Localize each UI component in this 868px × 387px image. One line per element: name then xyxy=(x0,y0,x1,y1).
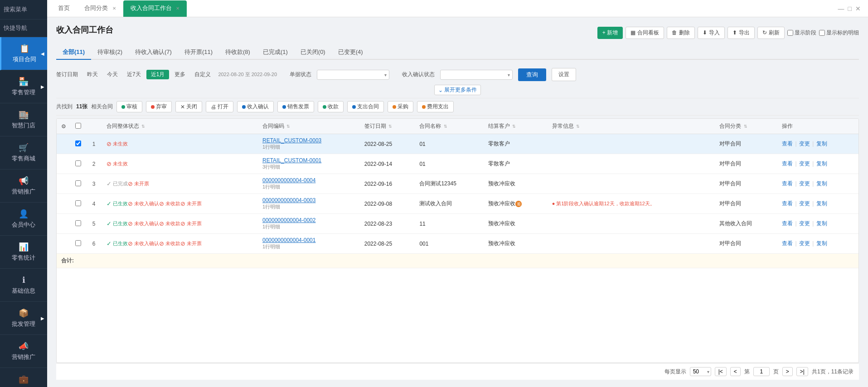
op-复制-button[interactable]: 复制 xyxy=(816,200,827,207)
more-btn[interactable]: 更多 xyxy=(171,70,189,79)
show-stage-detail-checkbox[interactable]: 显示标的明细 xyxy=(819,29,859,37)
th-category[interactable]: 合同分类 ⇅ xyxy=(715,119,777,134)
row-checkbox[interactable] xyxy=(75,160,81,166)
sidebar-item-retail-stat[interactable]: 📊 零售统计 xyxy=(0,236,47,269)
doc-status-select[interactable] xyxy=(317,70,389,80)
win-close-button[interactable]: ✕ xyxy=(855,5,861,12)
contract-code-link[interactable]: 0000000000004-0001 xyxy=(262,237,315,243)
op-查看-button[interactable]: 查看 xyxy=(782,140,793,147)
today-btn[interactable]: 今天 xyxy=(103,70,121,79)
sidebar-item-smart-store[interactable]: 🏬 智慧门店 xyxy=(0,103,47,136)
query-button[interactable]: 查询 xyxy=(518,68,546,81)
contract-code-link[interactable]: RETAIL_CUSTOM-0001 xyxy=(262,157,321,164)
sidebar-item-marketing2[interactable]: 📣 营销推广 xyxy=(0,335,47,368)
op-复制-button[interactable]: 复制 xyxy=(816,220,827,227)
first-page-button[interactable]: |< xyxy=(715,367,727,376)
op-复制-button[interactable]: 复制 xyxy=(816,180,827,187)
th-code[interactable]: 合同编码 ⇅ xyxy=(258,119,360,134)
tab-contract-category[interactable]: 合同分类 ✕ xyxy=(77,0,123,17)
yesterday-btn[interactable]: 昨天 xyxy=(83,70,102,79)
pay-contract-button[interactable]: 支出合同 xyxy=(347,101,384,112)
last1month-btn[interactable]: 近1月 xyxy=(146,70,170,79)
op-复制-button[interactable]: 复制 xyxy=(816,160,827,167)
filter-tab-pending-income[interactable]: 待收入确认(7) xyxy=(129,45,178,60)
sidebar-item-retail-mgmt[interactable]: 🏪 零售管理 ▶ xyxy=(0,70,47,103)
close-contract-button[interactable]: ✕ 关闭 xyxy=(175,101,202,112)
th-setting[interactable]: ⚙ xyxy=(57,119,71,134)
op-查看-button[interactable]: 查看 xyxy=(782,220,793,227)
op-复制-button[interactable]: 复制 xyxy=(816,240,827,247)
sidebar-item-wholesale-mgmt[interactable]: 📦 批发管理 ▶ xyxy=(0,302,47,335)
show-stage-checkbox[interactable]: 显示阶段 xyxy=(787,29,816,37)
sales-invoice-button[interactable]: 销售发票 xyxy=(277,101,314,112)
filter-tab-changed[interactable]: 已变更(4) xyxy=(332,45,369,60)
payment-button[interactable]: 收款 xyxy=(318,101,344,112)
prev-page-button[interactable]: < xyxy=(730,367,741,376)
per-page-select[interactable]: 50 100 200 xyxy=(690,367,711,376)
sidebar-item-sales-mgmt[interactable]: 💼 销售管理 xyxy=(0,368,47,387)
filter-tab-pending-invoice[interactable]: 待开票(11) xyxy=(178,45,219,60)
print-button[interactable]: 🖨 打开 xyxy=(206,101,233,112)
last-page-button[interactable]: >| xyxy=(796,367,808,376)
row-checkbox[interactable] xyxy=(75,240,81,246)
export-button[interactable]: ⬆ 导出 xyxy=(727,27,755,39)
set-button[interactable]: 设置 xyxy=(552,68,576,81)
th-check[interactable] xyxy=(71,119,86,134)
th-sign-date[interactable]: 签订日期 ⇅ xyxy=(360,119,415,134)
sidebar-item-member[interactable]: 👤 会员中心 xyxy=(0,203,47,236)
abandon-button[interactable]: 弃审 xyxy=(146,101,172,112)
import-button[interactable]: ⬇ 导入 xyxy=(698,27,725,39)
new-button[interactable]: + 新增 xyxy=(597,27,623,39)
row-checkbox[interactable] xyxy=(75,200,81,206)
income-confirm-select[interactable] xyxy=(440,70,513,80)
th-name[interactable]: 合同名称 ⇅ xyxy=(415,119,484,134)
tab-home[interactable]: 首页 xyxy=(51,0,77,17)
custom-btn[interactable]: 自定义 xyxy=(191,70,214,79)
select-all-checkbox[interactable] xyxy=(75,123,81,129)
income-confirm-button[interactable]: 收入确认 xyxy=(237,101,274,112)
row-checkbox[interactable] xyxy=(75,180,81,186)
win-max-button[interactable]: □ xyxy=(848,5,852,12)
contract-code-link[interactable]: 0000000000004-0003 xyxy=(262,197,315,203)
sidebar-item-marketing[interactable]: 📢 营销推广 xyxy=(0,169,47,203)
op-变更-button[interactable]: 变更 xyxy=(799,240,810,247)
op-查看-button[interactable]: 查看 xyxy=(782,200,793,207)
contract-code-link[interactable]: 0000000000004-0002 xyxy=(262,217,315,223)
tab-close-income-workbench[interactable]: ✕ xyxy=(176,6,179,11)
current-page-input[interactable] xyxy=(753,367,770,376)
tab-income-workbench[interactable]: 收入合同工作台 ✕ xyxy=(123,0,187,17)
expand-conditions-button[interactable]: ⌄ 展开更多条件 xyxy=(434,85,481,95)
op-变更-button[interactable]: 变更 xyxy=(799,160,810,167)
purchase-button[interactable]: 采购 xyxy=(388,101,413,112)
review-button[interactable]: 审核 xyxy=(116,101,142,112)
contract-code-link[interactable]: 0000000000004-0004 xyxy=(262,177,315,184)
delete-button[interactable]: 🗑 删除 xyxy=(667,27,695,39)
filter-tab-all[interactable]: 全部(11) xyxy=(56,45,91,60)
sidebar-item-retail-mall[interactable]: 🛒 零售商城 xyxy=(0,136,47,169)
op-变更-button[interactable]: 变更 xyxy=(799,200,810,207)
row-checkbox[interactable] xyxy=(75,140,81,146)
win-min-button[interactable]: — xyxy=(838,5,844,12)
filter-tab-completed[interactable]: 已完成(1) xyxy=(257,45,294,60)
contract-code-link[interactable]: RETAIL_CUSTOM-0003 xyxy=(262,137,321,144)
th-abnormal[interactable]: 异常信息 ⇅ xyxy=(548,119,715,134)
contract-board-button[interactable]: ▦ 合同看板 xyxy=(626,27,664,39)
sidebar-quick-nav[interactable]: 快捷导航 xyxy=(0,19,47,37)
op-查看-button[interactable]: 查看 xyxy=(782,180,793,187)
filter-tab-pending-review[interactable]: 待审核(2) xyxy=(91,45,129,60)
row-checkbox[interactable] xyxy=(75,220,81,226)
last7days-btn[interactable]: 近7天 xyxy=(123,70,145,79)
op-查看-button[interactable]: 查看 xyxy=(782,240,793,247)
op-查看-button[interactable]: 查看 xyxy=(782,160,793,167)
sidebar-search[interactable]: 搜索菜单 xyxy=(0,0,47,19)
next-page-button[interactable]: > xyxy=(782,367,793,376)
op-变更-button[interactable]: 变更 xyxy=(799,180,810,187)
th-status[interactable]: 合同整体状态 ⇅ xyxy=(102,119,258,134)
filter-tab-closed[interactable]: 已关闭(0) xyxy=(294,45,332,60)
expense-button[interactable]: 费用支出 xyxy=(417,101,454,112)
th-customer[interactable]: 结算客户 ⇅ xyxy=(484,119,548,134)
op-变更-button[interactable]: 变更 xyxy=(799,220,810,227)
sidebar-item-project[interactable]: 📋 项目合同 ◀ xyxy=(0,37,47,70)
tab-close-contract-category[interactable]: ✕ xyxy=(112,6,116,11)
op-复制-button[interactable]: 复制 xyxy=(816,140,827,147)
